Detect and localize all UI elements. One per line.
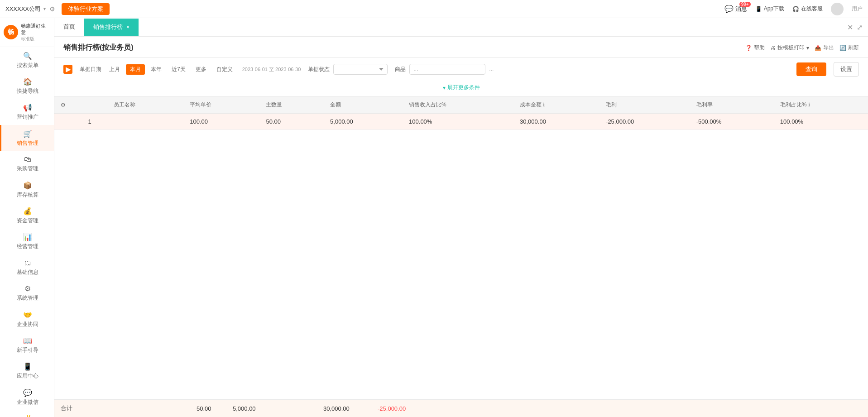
refresh-label: 刷新 [848, 44, 859, 52]
company-chevron-icon: ▾ [43, 6, 46, 11]
sidebar-item-marketing[interactable]: 📢 营销推广 [0, 99, 54, 125]
footer-gross-profit: -25,000.00 [378, 405, 432, 412]
company-selector[interactable]: XXXXXX公司 ▾ [5, 5, 46, 13]
goods-filter-label: 商品 [395, 66, 406, 73]
operations-icon: 📊 [23, 233, 32, 241]
trial-button[interactable]: 体验行业方案 [62, 3, 110, 15]
sidebar-label-purchase: 采购管理 [17, 165, 38, 172]
chip-last-month[interactable]: 上月 [105, 64, 124, 75]
header-row: ⚙ 员工名称 平均单价 主数量 全额 销售收入占比% 成本全额 ℹ 毛利 [54, 96, 868, 114]
sidebar-label-guide: 新手引导 [17, 347, 38, 353]
inventory-icon: 📦 [23, 181, 32, 190]
sidebar-item-enterprise-wechat[interactable]: 💬 企业微信 [0, 384, 54, 410]
help-button[interactable]: ❓ 帮助 [745, 44, 765, 52]
expand-row-button[interactable]: ▶ [63, 65, 72, 74]
sidebar-label-app-center: 应用中心 [17, 373, 38, 379]
online-support-link[interactable]: 🎧 在线客服 [792, 5, 823, 13]
print-icon: 🖨 [770, 45, 776, 51]
chip-this-year[interactable]: 本年 [147, 64, 166, 75]
row-main-qty: 50.00 [259, 114, 324, 130]
sidebar-item-purchase[interactable]: 🛍 采购管理 [0, 151, 54, 176]
sidebar-item-app-center[interactable]: 📱 应用中心 [0, 358, 54, 383]
top-right-area: 💬 消息 99+ 📱 App下载 🎧 在线客服 用户 [724, 3, 863, 15]
status-filter-label: 单据状态 [308, 66, 330, 73]
table-area: ⚙ 员工名称 平均单价 主数量 全额 销售收入占比% 成本全额 ℹ 毛利 [54, 96, 868, 399]
export-button[interactable]: 📤 导出 [815, 44, 834, 52]
expand-more-btn[interactable]: ▾ 展开更多条件 [443, 84, 480, 91]
print-label: 按模板打印 [777, 44, 805, 52]
tab-sales-ranking[interactable]: 销售排行榜 × [84, 19, 139, 36]
top-bar: XXXXXX公司 ▾ ⚙ 体验行业方案 💬 消息 99+ 📱 App下载 🎧 在… [0, 0, 868, 18]
col-settings-icon[interactable]: ⚙ [54, 96, 72, 114]
settings-button[interactable]: 设置 [834, 62, 859, 77]
sidebar-label-finance: 资金管理 [17, 217, 38, 224]
user-avatar[interactable] [831, 3, 844, 15]
sidebar-item-system[interactable]: ⚙ 系统管理 [0, 280, 54, 306]
sidebar-item-basic-info[interactable]: 🗂 基础信息 [0, 254, 54, 280]
refresh-button[interactable]: 🔄 刷新 [839, 44, 859, 52]
app-download-link[interactable]: 📱 App下载 [755, 5, 784, 13]
tab-home[interactable]: 首页 [54, 18, 84, 36]
sidebar-item-inventory[interactable]: 📦 库存核算 [0, 177, 54, 202]
col-main-qty-header: 主数量 [259, 96, 324, 114]
footer-cost: 30,000.00 [323, 405, 378, 412]
company-name: XXXXXX公司 [5, 5, 41, 13]
sidebar-item-operations[interactable]: 📊 经营管理 [0, 228, 54, 254]
tab-bar-right: ✕ ⤢ [847, 23, 868, 32]
app-center-icon: 📱 [23, 362, 32, 371]
finance-icon: 💰 [23, 207, 32, 216]
sidebar-item-quick-nav[interactable]: 🏠 快捷导航 [0, 73, 54, 99]
app-download-label: App下载 [764, 5, 784, 13]
vip-icon: ✌ [23, 414, 32, 417]
marketing-icon: 📢 [23, 103, 32, 112]
purchase-icon: 🛍 [24, 155, 31, 163]
close-window-icon[interactable]: ✕ [847, 23, 853, 32]
col-gross-rate-header: 毛利率 [690, 96, 774, 114]
sidebar-item-sales[interactable]: 🛒 销售管理 [0, 125, 54, 151]
date-range-text: 2023-06-01 至 2023-06-30 [242, 66, 301, 73]
tab-close-icon[interactable]: × [126, 24, 129, 30]
footer-label: 合计 [61, 404, 151, 412]
row-gross-ratio: 100.00% [774, 114, 868, 130]
footer-main-qty: 50.00 [197, 405, 233, 412]
status-select[interactable] [333, 64, 388, 75]
col-amount-header: 全额 [324, 96, 403, 114]
company-settings-icon[interactable]: ⚙ [49, 5, 55, 13]
phone-icon: 📱 [755, 6, 762, 12]
expand-more-label: 展开更多条件 [447, 84, 480, 91]
sidebar-label-basic-info: 基础信息 [17, 269, 38, 275]
user-name: 用户 [852, 5, 863, 13]
chip-more[interactable]: 更多 [192, 64, 211, 75]
goods-more-icon[interactable]: ... [489, 66, 494, 72]
notification-area[interactable]: 💬 消息 99+ [724, 5, 747, 13]
home-icon: 🏠 [23, 77, 32, 86]
sidebar-item-vip[interactable]: ✌ 畅会员 [0, 410, 54, 417]
footer-amount: 5,000.00 [233, 405, 278, 412]
sidebar-item-enterprise-collab[interactable]: 🤝 企业协同 [0, 306, 54, 332]
sidebar-label-marketing: 营销推广 [17, 114, 38, 120]
help-label: 帮助 [754, 44, 765, 52]
chip-this-month[interactable]: 本月 [126, 64, 145, 75]
print-button[interactable]: 🖨 按模板打印 ▾ [770, 44, 809, 52]
date-filter-group: 单据日期 上月 本月 本年 近7天 更多 自定义 2023-06-01 至 20… [80, 64, 301, 75]
system-icon: ⚙ [24, 284, 31, 293]
goods-filter-group: 商品 ... [395, 64, 494, 75]
sidebar-item-search-orders[interactable]: 🔍 搜索菜单 [0, 47, 54, 73]
sidebar-item-finance[interactable]: 💰 资金管理 [0, 202, 54, 228]
data-table: ⚙ 员工名称 平均单价 主数量 全额 销售收入占比% 成本全额 ℹ 毛利 [54, 96, 868, 130]
maximize-window-icon[interactable]: ⤢ [857, 23, 863, 32]
logo-sub: 标准版 [21, 36, 50, 42]
expand-chevron-icon: ▾ [443, 85, 446, 91]
content-area: 首页 销售排行榜 × ✕ ⤢ 销售排行榜(按业务员) ❓ 帮助 [54, 18, 868, 417]
chip-7-days[interactable]: 近7天 [168, 64, 190, 75]
query-button[interactable]: 查询 [796, 62, 826, 76]
sidebar-item-new-guide[interactable]: 📖 新手引导 [0, 332, 54, 358]
cost-help-icon[interactable]: ℹ [543, 102, 545, 107]
cost-label: 成本全额 [520, 101, 542, 108]
logo-area: 畅 畅康通好生意 标准版 [0, 18, 54, 47]
table-header: ⚙ 员工名称 平均单价 主数量 全额 销售收入占比% 成本全额 ℹ 毛利 [54, 96, 868, 114]
chip-custom[interactable]: 自定义 [212, 64, 237, 75]
gross-ratio-help-icon[interactable]: ℹ [808, 102, 810, 107]
goods-input[interactable] [409, 64, 485, 75]
collab-icon: 🤝 [23, 311, 32, 319]
